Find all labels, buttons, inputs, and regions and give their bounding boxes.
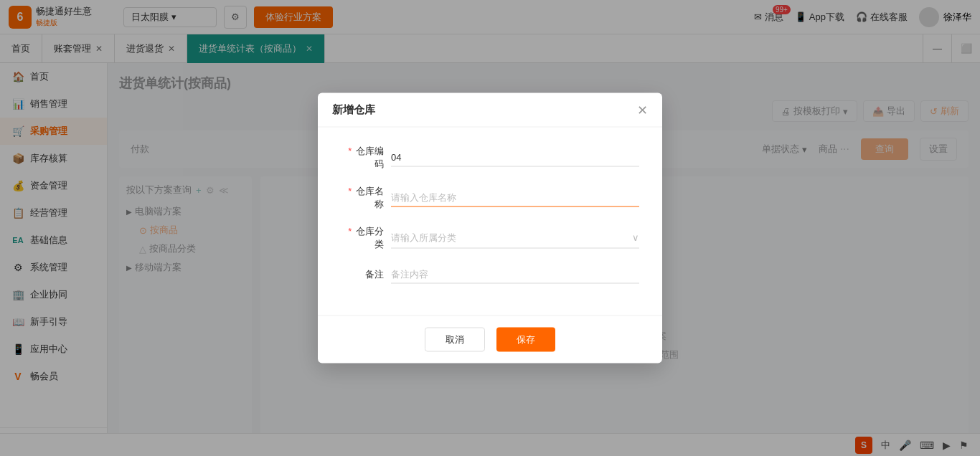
cancel-button[interactable]: 取消 [425, 328, 485, 352]
category-select[interactable]: 请输入所属分类 ∨ [391, 227, 639, 248]
dialog-title: 新增仓库 [332, 103, 375, 117]
note-label: 备注 [341, 268, 391, 281]
dialog-header: 新增仓库 ✕ [318, 93, 662, 128]
code-input[interactable] [391, 148, 639, 167]
code-label: * 仓库编码 [341, 145, 391, 171]
name-input[interactable] [391, 189, 639, 207]
save-button[interactable]: 保存 [496, 328, 555, 352]
add-warehouse-dialog: 新增仓库 ✕ * 仓库编码 * 仓库名称 * 仓库分类 请输入 [318, 93, 662, 364]
form-row-category: * 仓库分类 请输入所属分类 ∨ [341, 225, 639, 251]
required-star-category: * [348, 226, 352, 237]
category-select-arrow: ∨ [632, 232, 639, 243]
note-input[interactable] [391, 265, 639, 284]
form-row-code: * 仓库编码 [341, 145, 639, 171]
required-star-name: * [348, 186, 352, 196]
form-row-note: 备注 [341, 265, 639, 284]
dialog-close-button[interactable]: ✕ [637, 103, 648, 116]
dialog-footer: 取消 保存 [318, 315, 662, 364]
form-row-name: * 仓库名称 [341, 185, 639, 211]
dialog-body: * 仓库编码 * 仓库名称 * 仓库分类 请输入所属分类 ∨ [318, 128, 662, 315]
name-label: * 仓库名称 [341, 185, 391, 211]
category-label: * 仓库分类 [341, 225, 391, 251]
required-star-code: * [348, 146, 352, 156]
